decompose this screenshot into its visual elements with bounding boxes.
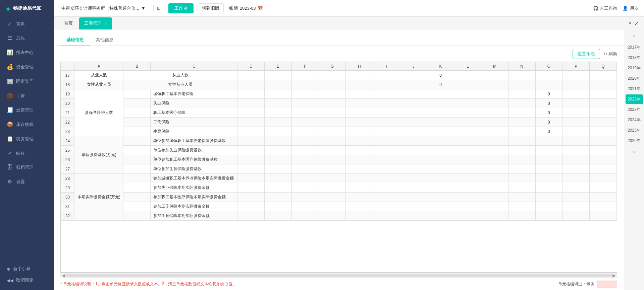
col-l-cell[interactable]	[454, 89, 481, 99]
col-a-cell[interactable]: 单位缴费基数(万元)	[74, 136, 123, 174]
col-c-cell[interactable]: 工伤保险	[151, 118, 237, 127]
workbench-button[interactable]: 工作台	[168, 3, 194, 13]
sidebar-item-funds[interactable]: 💰 资金管理	[0, 60, 54, 74]
col-k-cell[interactable]	[427, 118, 454, 127]
col-c-cell[interactable]: 单位参加生育保险缴费基数	[151, 164, 237, 174]
col-o-cell[interactable]	[535, 174, 562, 183]
col-d-cell[interactable]	[237, 183, 265, 193]
col-p-cell[interactable]	[562, 108, 590, 118]
col-b-cell[interactable]	[123, 174, 151, 183]
col-n-cell[interactable]	[508, 99, 535, 108]
col-m-cell[interactable]	[481, 127, 508, 136]
col-e-cell[interactable]	[265, 80, 292, 89]
col-g-cell[interactable]	[319, 108, 346, 118]
col-n-cell[interactable]	[508, 155, 535, 164]
col-n-cell[interactable]	[508, 127, 535, 136]
col-e-cell[interactable]	[265, 127, 292, 136]
col-m-cell[interactable]	[481, 99, 508, 108]
col-e-cell[interactable]	[265, 99, 292, 108]
col-j-cell[interactable]	[400, 211, 427, 221]
sidebar-item-archive[interactable]: 🗄 归档管理	[0, 160, 54, 174]
col-e-cell[interactable]	[265, 183, 292, 193]
col-l-cell[interactable]	[454, 136, 481, 146]
col-k-cell[interactable]	[427, 174, 454, 183]
col-n-cell[interactable]	[508, 193, 535, 202]
col-a-cell[interactable]: 从业人数	[74, 71, 123, 80]
col-k-cell[interactable]	[427, 89, 454, 99]
col-n-cell[interactable]	[508, 183, 535, 193]
consult-button[interactable]: 🎧 人工咨询	[593, 5, 617, 11]
col-h-cell[interactable]	[346, 127, 373, 136]
window-close-button[interactable]: ×	[629, 20, 632, 26]
col-g-cell[interactable]	[319, 174, 346, 183]
col-n-cell[interactable]	[508, 164, 535, 174]
col-n-cell[interactable]	[508, 211, 535, 221]
col-d-cell[interactable]	[237, 71, 265, 80]
col-m-cell[interactable]	[481, 211, 508, 221]
col-h-cell[interactable]	[346, 118, 373, 127]
col-m-cell[interactable]	[481, 136, 508, 146]
col-i-cell[interactable]	[373, 127, 400, 136]
col-e-cell[interactable]	[265, 155, 292, 164]
col-l-cell[interactable]	[454, 118, 481, 127]
col-i-cell[interactable]	[373, 136, 400, 146]
col-k-cell[interactable]	[427, 211, 454, 221]
col-b-cell[interactable]	[123, 127, 151, 136]
sidebar-item-assets[interactable]: 🏢 固定资产	[0, 74, 54, 88]
col-m-cell[interactable]	[481, 146, 508, 155]
col-h-cell[interactable]	[346, 155, 373, 164]
company-selector[interactable]: 中审众环会计师事务所（特殊普通合伙... ▼	[58, 4, 149, 13]
col-n-cell[interactable]	[508, 146, 535, 155]
col-c-cell[interactable]: 单位参加失业保险缴费基数	[151, 146, 237, 155]
col-b-cell[interactable]	[123, 183, 151, 193]
horizontal-scrollbar[interactable]: ◀ ▶	[60, 273, 617, 278]
col-n-cell[interactable]	[508, 202, 535, 211]
refresh-button[interactable]: ↻ 刷新	[603, 51, 617, 57]
col-o-cell[interactable]: 0	[535, 108, 562, 118]
col-i-cell[interactable]	[373, 211, 400, 221]
col-g-cell[interactable]	[319, 164, 346, 174]
col-l-cell[interactable]	[454, 71, 481, 80]
col-k-cell[interactable]	[427, 202, 454, 211]
col-k-cell[interactable]	[427, 108, 454, 118]
col-b-cell[interactable]	[123, 99, 151, 108]
year-2022[interactable]: 2022年	[626, 94, 643, 104]
col-f-cell[interactable]	[291, 118, 319, 127]
col-l-cell[interactable]	[454, 146, 481, 155]
col-f-cell[interactable]	[291, 146, 319, 155]
col-g-cell[interactable]	[319, 80, 346, 89]
col-h-cell[interactable]	[346, 183, 373, 193]
col-f-cell[interactable]	[291, 193, 319, 202]
oldver-button[interactable]: 切到旧版	[198, 3, 224, 13]
col-k-cell[interactable]	[427, 99, 454, 108]
col-p-cell[interactable]	[562, 174, 590, 183]
col-b-cell[interactable]: 女性从业人员	[123, 80, 237, 89]
col-e-cell[interactable]	[265, 108, 292, 118]
col-i-cell[interactable]	[373, 118, 400, 127]
col-d-cell[interactable]	[237, 164, 265, 174]
sidebar-item-salary[interactable]: 💼 工资	[0, 88, 54, 103]
col-o-cell[interactable]	[535, 71, 562, 80]
col-o-cell[interactable]	[535, 202, 562, 211]
col-j-cell[interactable]	[400, 202, 427, 211]
col-d-cell[interactable]	[237, 193, 265, 202]
col-p-cell[interactable]	[562, 146, 590, 155]
col-n-cell[interactable]	[508, 136, 535, 146]
col-q-cell[interactable]	[590, 155, 617, 164]
col-f-cell[interactable]	[291, 127, 319, 136]
col-q-cell[interactable]	[590, 136, 617, 146]
tab-close-icon[interactable]: ×	[105, 21, 107, 25]
col-o-cell[interactable]	[535, 155, 562, 164]
col-i-cell[interactable]	[373, 146, 400, 155]
col-c-cell[interactable]: 参加失业保险本期实际缴费金额	[151, 183, 237, 193]
window-expand-button[interactable]: ⤢	[634, 20, 639, 26]
col-q-cell[interactable]	[590, 71, 617, 80]
col-p-cell[interactable]	[562, 118, 590, 127]
col-c-cell[interactable]: 单位参加城镇职工基本养老保险缴费基数	[151, 136, 237, 146]
col-l-cell[interactable]	[454, 127, 481, 136]
col-m-cell[interactable]	[481, 80, 508, 89]
col-q-cell[interactable]	[590, 127, 617, 136]
col-f-cell[interactable]	[291, 136, 319, 146]
col-g-cell[interactable]	[319, 99, 346, 108]
col-q-cell[interactable]	[590, 146, 617, 155]
